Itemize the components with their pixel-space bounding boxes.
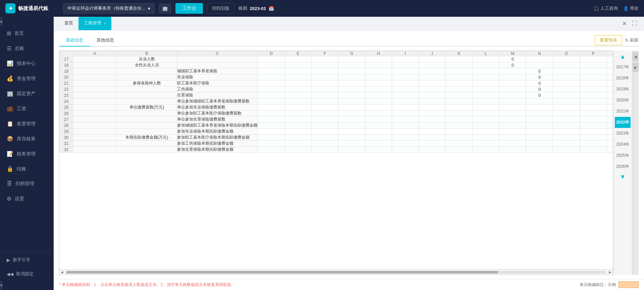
- cell[interactable]: [446, 68, 473, 74]
- cell[interactable]: [419, 56, 446, 62]
- cell[interactable]: [499, 68, 526, 74]
- company-icon-btn[interactable]: 🏢: [159, 4, 171, 13]
- cell[interactable]: [446, 62, 473, 68]
- sidebar-item-home[interactable]: ⊞ 首页: [0, 26, 54, 41]
- sidebar-unpin[interactable]: ◀◀ 取消固定: [0, 267, 54, 281]
- cell-a[interactable]: [73, 135, 117, 141]
- cell[interactable]: [312, 123, 338, 129]
- cell[interactable]: [580, 56, 607, 62]
- cell[interactable]: [553, 111, 580, 117]
- cell[interactable]: [312, 98, 338, 104]
- cell[interactable]: [285, 117, 312, 123]
- cell[interactable]: [473, 129, 499, 135]
- cell[interactable]: [553, 86, 580, 92]
- cell[interactable]: [419, 141, 446, 147]
- cell[interactable]: [258, 117, 285, 123]
- cell[interactable]: [607, 111, 613, 117]
- cell[interactable]: [580, 74, 607, 80]
- cell[interactable]: [338, 135, 365, 141]
- tab-close-button[interactable]: ✕: [621, 19, 628, 28]
- cell[interactable]: [607, 104, 613, 111]
- cell-b[interactable]: 本期实际缴费金额(万元): [117, 135, 177, 141]
- cell[interactable]: [258, 111, 285, 117]
- cell-c[interactable]: 参加失业保险本期实际缴费金额: [177, 129, 258, 135]
- cell[interactable]: [499, 80, 526, 86]
- cell[interactable]: [258, 123, 285, 129]
- year-item[interactable]: 2021年: [615, 106, 631, 117]
- cell-b[interactable]: [117, 68, 177, 74]
- cell[interactable]: [419, 86, 446, 92]
- cell[interactable]: [258, 135, 285, 141]
- cell[interactable]: [473, 117, 499, 123]
- cell[interactable]: [446, 117, 473, 123]
- cell[interactable]: [258, 68, 285, 74]
- tab-expand-button[interactable]: ⛶: [631, 19, 639, 28]
- cell[interactable]: [312, 56, 338, 62]
- cell[interactable]: [553, 141, 580, 147]
- cell[interactable]: [499, 104, 526, 111]
- cell-c[interactable]: 工伤保险: [177, 86, 258, 92]
- user-item[interactable]: 👤 用友: [623, 5, 639, 11]
- cell[interactable]: [312, 129, 338, 135]
- cell[interactable]: [285, 74, 312, 80]
- year-up-nav[interactable]: ▲: [619, 52, 627, 62]
- tab-commerce[interactable]: 工商管理 ×: [78, 17, 111, 30]
- cell-b[interactable]: [117, 74, 177, 80]
- cell[interactable]: [419, 117, 446, 123]
- cell[interactable]: [338, 62, 365, 68]
- cell-c[interactable]: 单位参加职工基本医疗保险缴费基数: [177, 111, 258, 117]
- cell[interactable]: [473, 104, 499, 111]
- cell[interactable]: 0: [526, 80, 553, 86]
- cell[interactable]: [446, 141, 473, 147]
- cell[interactable]: [580, 98, 607, 104]
- cell[interactable]: [285, 147, 312, 153]
- cell[interactable]: 0: [526, 74, 553, 80]
- cell[interactable]: [526, 141, 553, 147]
- cell[interactable]: 0: [526, 86, 553, 92]
- cell[interactable]: [258, 98, 285, 104]
- year-item[interactable]: 2026年: [615, 161, 631, 172]
- sidebar-item-fixed-assets[interactable]: 🏢 固定资产: [0, 86, 54, 101]
- year-item[interactable]: 2018年: [615, 73, 631, 84]
- old-version-button[interactable]: 切到旧版: [207, 3, 234, 14]
- cell-b[interactable]: [117, 86, 177, 92]
- cell[interactable]: [392, 147, 419, 153]
- cell[interactable]: [285, 111, 312, 117]
- sidebar-item-invoice[interactable]: 📋 发票管理: [0, 116, 54, 131]
- cell-a[interactable]: [73, 104, 117, 111]
- cell[interactable]: [553, 68, 580, 74]
- cell[interactable]: [499, 129, 526, 135]
- cell[interactable]: [312, 86, 338, 92]
- h-scroll-left[interactable]: ◀: [59, 270, 65, 274]
- cell[interactable]: [553, 135, 580, 141]
- cell[interactable]: [312, 68, 338, 74]
- cell[interactable]: [553, 147, 580, 153]
- cell[interactable]: [285, 135, 312, 141]
- cell-c[interactable]: 参加生育保险本期实际缴费金额: [177, 147, 258, 153]
- cell[interactable]: [312, 62, 338, 68]
- cell[interactable]: [580, 117, 607, 123]
- cell[interactable]: [526, 111, 553, 117]
- sidebar-item-salary[interactable]: 💼 工资: [0, 101, 54, 116]
- cell[interactable]: [607, 86, 613, 92]
- cell[interactable]: [499, 86, 526, 92]
- cell[interactable]: [338, 111, 365, 117]
- sub-tab-other[interactable]: 其他信息: [90, 34, 121, 47]
- cell[interactable]: [499, 123, 526, 129]
- cell[interactable]: [419, 80, 446, 86]
- cell-a[interactable]: [73, 56, 117, 62]
- cell[interactable]: [365, 111, 392, 117]
- cell[interactable]: [365, 86, 392, 92]
- cell[interactable]: [526, 117, 553, 123]
- cell-a[interactable]: [73, 98, 117, 104]
- cell[interactable]: [338, 92, 365, 98]
- cell[interactable]: [338, 80, 365, 86]
- cell-c[interactable]: 生育保险: [177, 92, 258, 98]
- sidebar-item-reports[interactable]: 📊 报表中心: [0, 56, 54, 71]
- cell[interactable]: [526, 123, 553, 129]
- cell[interactable]: [580, 62, 607, 68]
- cell[interactable]: [258, 92, 285, 98]
- cell[interactable]: [526, 129, 553, 135]
- cell[interactable]: [580, 123, 607, 129]
- cell[interactable]: [607, 135, 613, 141]
